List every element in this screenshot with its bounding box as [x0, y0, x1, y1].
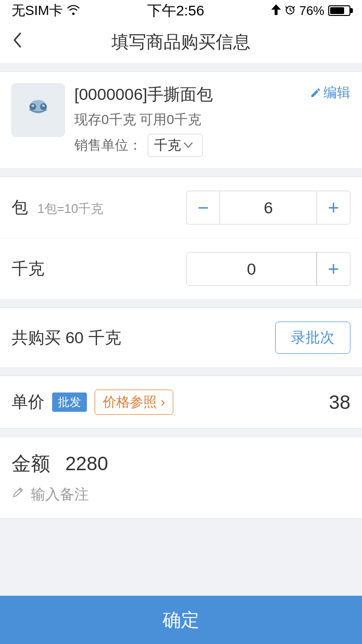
quantity-label-bao: 包 1包=10千克: [12, 196, 186, 219]
svg-point-5: [42, 105, 45, 107]
confirm-label: 确定: [163, 608, 199, 632]
nav-bar: 填写商品购买信息: [0, 21, 362, 64]
price-section: 单价 批发 价格参照 › 38: [0, 376, 362, 429]
product-image: [12, 84, 65, 137]
amount-section: 金额 2280 输入备注: [0, 436, 362, 518]
quantity-bao-input[interactable]: [220, 191, 317, 224]
confirm-button[interactable]: 确定: [0, 596, 362, 644]
product-info: [0000006]手撕面包 编辑 现存0千克 可用0千克 销售单位： 千克: [74, 84, 350, 157]
total-text: 共购买 60 千克: [12, 327, 121, 349]
edit-button[interactable]: 编辑: [310, 84, 350, 102]
location-icon: [271, 3, 281, 18]
quantity-controls-bao: − +: [186, 191, 350, 224]
battery-percent: 76%: [299, 3, 324, 18]
quantity-section: 包 1包=10千克 − + 千克 +: [0, 177, 362, 300]
product-unit-row: 销售单位： 千克: [74, 134, 350, 157]
increment-bao-button[interactable]: +: [317, 191, 350, 224]
price-label: 单价: [12, 391, 44, 413]
page-title: 填写商品购买信息: [111, 30, 251, 54]
batch-button[interactable]: 录批次: [275, 322, 350, 354]
product-card: [0000006]手撕面包 编辑 现存0千克 可用0千克 销售单位： 千克: [0, 71, 362, 169]
decrement-bao-button[interactable]: −: [186, 191, 220, 224]
status-carrier: 无SIM卡: [12, 1, 80, 20]
product-stock: 现存0千克 可用0千克: [74, 111, 350, 129]
price-value: 38: [329, 392, 351, 413]
price-tag: 批发: [52, 392, 87, 412]
note-placeholder: 输入备注: [31, 485, 89, 504]
unit-dropdown[interactable]: 千克: [148, 134, 203, 157]
back-button[interactable]: [12, 30, 23, 54]
quantity-row-bao: 包 1包=10千克 − +: [0, 177, 362, 238]
total-row: 共购买 60 千克 录批次: [0, 308, 362, 368]
quantity-kg-input[interactable]: [186, 252, 317, 286]
quantity-row-kg: 千克 +: [0, 238, 362, 299]
status-right: 76%: [271, 3, 350, 18]
quantity-controls-kg: +: [186, 252, 350, 286]
amount-row: 金额 2280: [12, 450, 350, 477]
pencil-icon: [12, 486, 25, 503]
quantity-label-kg: 千克: [12, 258, 186, 280]
wifi-icon: [67, 3, 80, 18]
amount-note[interactable]: 输入备注: [12, 485, 350, 504]
svg-point-4: [31, 105, 34, 107]
status-bar: 无SIM卡 下午2:56 76%: [0, 0, 362, 21]
status-time: 下午2:56: [147, 1, 204, 21]
product-name: [0000006]手撕面包: [74, 84, 213, 106]
increment-kg-button[interactable]: +: [317, 252, 350, 286]
alarm-icon: [285, 3, 295, 18]
price-reference-button[interactable]: 价格参照 ›: [95, 390, 173, 415]
battery-icon: [328, 5, 350, 16]
